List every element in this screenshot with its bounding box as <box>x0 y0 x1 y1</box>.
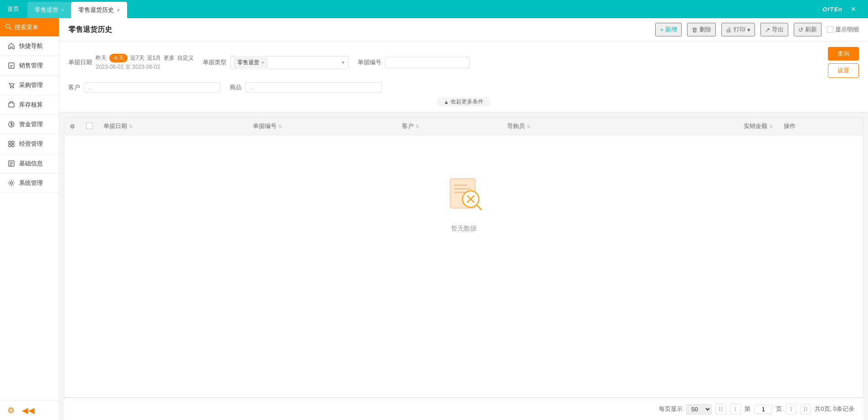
setting-button[interactable]: 设置 <box>828 63 859 78</box>
refresh-icon: ↺ <box>798 26 803 33</box>
sort-no-icon: ⇅ <box>278 124 282 129</box>
print-label: 打印 <box>734 26 745 34</box>
query-button[interactable]: 查询 <box>828 47 859 61</box>
collapse-icon: ▲ <box>444 99 449 105</box>
sidebar-item-quick-nav[interactable]: 快捷导航 <box>0 36 59 56</box>
volume-bottom-icon[interactable]: ◀◀ <box>22 405 35 415</box>
date-shortcut-yesterday[interactable]: 昨天 <box>96 54 107 62</box>
topbar: 首页 零售退货 × 零售退货历史 × OfTEn × <box>0 0 868 18</box>
sidebar-item-system[interactable]: 系统管理 <box>0 174 59 193</box>
goods-select[interactable]: ... <box>245 82 382 92</box>
date-shortcut-custom[interactable]: 自定义 <box>177 54 194 62</box>
th-date: 单据日期 ⇅ <box>98 118 247 135</box>
refresh-button[interactable]: ↺ 刷新 <box>794 23 822 36</box>
date-shortcut-more[interactable]: 更多 <box>164 54 175 62</box>
sidebar-item-operations[interactable]: 经营管理 <box>0 134 59 154</box>
export-button[interactable]: ↗ 导出 <box>760 23 788 36</box>
date-shortcut-today[interactable]: 今天 <box>109 54 128 62</box>
select-all-checkbox[interactable] <box>86 123 92 129</box>
sidebar-item-finance[interactable]: 资金管理 <box>0 115 59 134</box>
tab-retail-return-history[interactable]: 零售退货历史 × <box>71 2 127 18</box>
date-shortcuts: 昨天 今天 近7天 近1月 更多 自定义 <box>96 54 194 62</box>
th-no: 单据编号 ⇅ <box>247 118 397 135</box>
page-number-input[interactable] <box>754 405 772 414</box>
print-button[interactable]: 🖨 打印 ▾ <box>721 23 755 36</box>
show-detail-label: 显示明细 <box>835 26 859 34</box>
sort-guide[interactable]: 导购员 ⇅ <box>507 122 530 130</box>
sort-customer-icon: ⇅ <box>416 124 419 129</box>
customer-select[interactable]: ... <box>84 82 221 92</box>
window-close-button[interactable]: × <box>846 2 861 16</box>
retail-return-tab-close[interactable]: × <box>61 7 64 13</box>
svg-point-12 <box>10 182 13 184</box>
total-records-label: 共0页, 0条记录 <box>815 405 854 413</box>
sidebar-item-purchase-mgmt[interactable]: 采购管理 <box>0 76 59 95</box>
add-button[interactable]: + 新增 <box>655 23 682 36</box>
page-section-label: 第 <box>745 405 750 413</box>
sort-customer[interactable]: 客户 ⇅ <box>402 122 419 130</box>
voucher-type-tag: 零售退货 × <box>234 58 267 67</box>
date-shortcut-7days[interactable]: 近7天 <box>130 54 144 62</box>
operations-icon <box>7 140 15 148</box>
last-page-button[interactable]: ⟩⟩ <box>800 404 811 415</box>
th-date-label: 单据日期 <box>103 122 127 130</box>
add-label: 新增 <box>665 26 677 34</box>
th-no-label: 单据编号 <box>253 122 277 130</box>
delete-icon: 🗑 <box>692 26 698 33</box>
query-bar: 单据日期 昨天 今天 近7天 近1月 更多 自定义 2023-06-02 至 2… <box>59 41 868 113</box>
empty-illustration <box>441 172 487 217</box>
retail-return-history-tab-close[interactable]: × <box>117 7 119 13</box>
delete-button[interactable]: 🗑 删除 <box>687 23 716 36</box>
voucher-no-input[interactable] <box>385 57 470 68</box>
show-detail-checkbox[interactable] <box>827 26 833 33</box>
voucher-type-select[interactable]: 零售退货 × ▾ <box>230 56 349 69</box>
svg-rect-14 <box>454 184 467 186</box>
collapse-label: 收起更多条件 <box>451 98 483 106</box>
prev-page-button[interactable]: ⟨ <box>730 404 741 415</box>
query-row-1: 单据日期 昨天 今天 近7天 近1月 更多 自定义 2023-06-02 至 2… <box>68 47 859 78</box>
system-icon <box>7 179 15 187</box>
voucher-no-field: 单据编号 <box>358 57 470 68</box>
export-label: 导出 <box>772 26 784 34</box>
settings-bottom-icon[interactable]: ⚙ <box>7 405 15 415</box>
sort-amount[interactable]: 实销金额 ⇅ <box>744 122 773 130</box>
voucher-no-label: 单据编号 <box>358 58 381 67</box>
brand-label: OfTEn <box>822 6 842 13</box>
topbar-right: OfTEn × <box>822 2 868 16</box>
search-menu-button[interactable]: 搜索菜单 <box>0 18 59 36</box>
svg-rect-10 <box>12 144 14 147</box>
query-buttons: 查询 设置 <box>828 47 859 78</box>
purchase-icon <box>7 81 15 89</box>
page-size-select[interactable]: 20 50 100 <box>686 404 712 415</box>
sort-date-icon: ⇅ <box>129 124 133 129</box>
th-guide: 导购员 ⇅ <box>502 118 629 135</box>
collapse-button[interactable]: ▲ 收起更多条件 <box>437 97 491 107</box>
th-amount-label: 实销金额 <box>744 122 767 130</box>
svg-rect-16 <box>454 192 465 193</box>
show-detail-toggle[interactable]: 显示明细 <box>827 26 859 34</box>
tab-home[interactable]: 首页 <box>0 0 26 18</box>
sidebar-item-label: 经营管理 <box>19 140 43 148</box>
tab-retail-return[interactable]: 零售退货 × <box>27 2 71 18</box>
first-page-button[interactable]: ⟨⟨ <box>715 404 726 415</box>
add-icon: + <box>660 26 663 33</box>
sidebar-item-label: 销售管理 <box>19 61 43 70</box>
search-menu-label: 搜索菜单 <box>15 23 38 31</box>
sidebar-item-inventory[interactable]: 库存核算 <box>0 95 59 115</box>
header-actions: + 新增 🗑 删除 🖨 打印 ▾ ↗ 导出 ↺ 刷 <box>655 23 859 36</box>
table-container: ⚙ 单据日期 ⇅ 单据编号 <box>64 117 863 398</box>
voucher-type-tag-remove[interactable]: × <box>261 60 264 65</box>
date-shortcuts-group: 昨天 今天 近7天 近1月 更多 自定义 2023-06-02 至 2023-0… <box>96 54 194 71</box>
page-label: 页 <box>776 405 782 413</box>
th-settings: ⚙ <box>64 118 81 135</box>
next-page-button[interactable]: ⟩ <box>786 404 796 415</box>
sidebar-item-sales-mgmt[interactable]: 销售管理 <box>0 56 59 76</box>
voucher-type-label: 单据类型 <box>203 58 226 67</box>
sort-no[interactable]: 单据编号 ⇅ <box>253 122 282 130</box>
th-amount: 实销金额 ⇅ <box>629 118 778 135</box>
sort-date[interactable]: 单据日期 ⇅ <box>103 122 133 130</box>
sidebar-item-label: 快捷导航 <box>19 42 43 50</box>
date-shortcut-1month[interactable]: 近1月 <box>147 54 161 62</box>
sidebar-item-base-info[interactable]: 基础信息 <box>0 154 59 174</box>
column-settings-icon[interactable]: ⚙ <box>70 123 75 130</box>
